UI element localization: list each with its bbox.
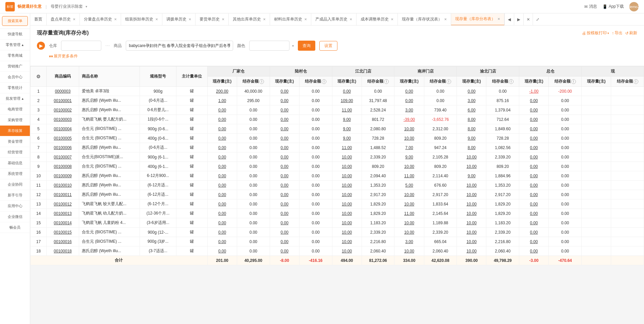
sidebar-item-新手引导[interactable]: 新手引导 bbox=[0, 190, 30, 201]
tab-材料出库单历史[interactable]: 材料出库单历史 ✕ bbox=[270, 13, 311, 26]
row-current-amt bbox=[611, 134, 644, 143]
tab-组装拆卸单历史[interactable]: 组装拆卸单历史 ✕ bbox=[121, 13, 162, 26]
close-icon[interactable]: ✕ bbox=[391, 17, 393, 21]
close-icon[interactable]: ✕ bbox=[222, 17, 224, 21]
color-dropdown-icon[interactable]: ▾ bbox=[292, 44, 294, 48]
row-nan-qty: 0.00 bbox=[394, 87, 424, 96]
sidebar-item-批发管理[interactable]: 批发管理 ▲ bbox=[0, 93, 30, 104]
tab-prev-btn[interactable]: ◀ bbox=[504, 13, 514, 26]
table-row: 5 00100004 合生元 (BIOSTIME) ... 900g (0-6.… bbox=[31, 124, 644, 134]
row-unit: 罐 bbox=[176, 190, 207, 199]
tab-要货单历史[interactable]: 要货单历史 ✕ bbox=[196, 13, 229, 26]
tab-盘点单历史[interactable]: 盘点单历史 ✕ bbox=[47, 13, 80, 26]
message-btn[interactable]: ✉ 消息 bbox=[584, 4, 597, 9]
close-icon[interactable]: ✕ bbox=[350, 17, 352, 21]
avatar[interactable]: demo2 bbox=[629, 2, 639, 11]
summary-lu-qty: -8.00 bbox=[270, 256, 299, 265]
sidebar-item-基础信息[interactable]: 基础信息 bbox=[0, 158, 30, 169]
row-current-amt bbox=[611, 152, 644, 162]
tab-close-btn[interactable]: ✕ bbox=[523, 13, 533, 26]
sidebar-item-经营管理[interactable]: 经营管理 bbox=[0, 147, 30, 158]
sidebar-item-库存核算[interactable]: 库存核算 bbox=[0, 126, 30, 136]
row-current-qty bbox=[582, 246, 611, 256]
sidebar-item-电商管理[interactable]: 电商管理 bbox=[0, 104, 30, 115]
jiangbei-amt-info-icon[interactable]: i bbox=[384, 79, 389, 84]
row-lu-amt: 0.00 bbox=[299, 209, 332, 218]
app-download-btn[interactable]: 📱 App下载 bbox=[602, 4, 624, 9]
close-icon[interactable]: ✕ bbox=[189, 17, 191, 21]
row-code: 00100005 bbox=[47, 134, 79, 143]
tab-成本调整单历史[interactable]: 成本调整单历史 ✕ bbox=[357, 13, 398, 26]
tab-调拨单历史[interactable]: 调拨单历史 ✕ bbox=[162, 13, 196, 26]
row-lu-qty: 0.00 bbox=[270, 87, 299, 96]
tab-首页[interactable]: 首页 bbox=[30, 13, 47, 26]
color-input[interactable] bbox=[249, 41, 289, 51]
close-icon[interactable]: ✕ bbox=[497, 17, 500, 21]
tab-分量盘点单历史[interactable]: 分量盘点单历史 ✕ bbox=[80, 13, 121, 26]
jiangbei-header: 江北门店 bbox=[332, 66, 394, 77]
close-icon[interactable]: ✕ bbox=[444, 17, 447, 21]
total-amt-info-icon[interactable]: i bbox=[571, 79, 576, 84]
close-icon[interactable]: ✕ bbox=[263, 17, 266, 21]
export-btn[interactable]: ↑ 导出 bbox=[612, 30, 623, 36]
row-jiangbei-amt: 728.28 bbox=[362, 134, 394, 143]
factory-amt-info-icon[interactable]: i bbox=[259, 79, 264, 84]
row-lu-amt: 0.00 bbox=[299, 181, 332, 190]
current-amt-info-icon[interactable]: i bbox=[634, 79, 638, 84]
sidebar-item-畅会员[interactable]: 畅会员 bbox=[0, 222, 30, 233]
tab-其他出库单历史[interactable]: 其他出库单历史 ✕ bbox=[229, 13, 270, 26]
yubei-amt-info-icon[interactable]: i bbox=[509, 79, 514, 84]
row-code: 00100003 bbox=[47, 115, 79, 124]
tab-产成品入库单历史[interactable]: 产成品入库单历史 ✕ bbox=[311, 13, 357, 26]
sidebar-item-应用中心[interactable]: 应用中心 bbox=[0, 201, 30, 212]
row-current-amt bbox=[611, 218, 644, 228]
industry-dropdown-icon[interactable]: ▾ bbox=[86, 5, 87, 8]
sidebar-item-企业微信[interactable]: 企业微信 bbox=[0, 212, 30, 222]
row-yubei-amt: 2,339.20 bbox=[486, 152, 519, 162]
tab-next-btn[interactable]: ▶ bbox=[514, 13, 523, 26]
search-btn[interactable]: 搜索英单 bbox=[2, 16, 28, 26]
yubei-qty-header: 现存量(主) bbox=[457, 77, 486, 87]
tab-现存量库存分布表[interactable]: 现存量（库存分布表） ✕ bbox=[451, 13, 504, 26]
sidebar-item-快捷导航[interactable]: 快捷导航 bbox=[0, 29, 30, 40]
print-btn[interactable]: 🖨 按模板打印 ▾ bbox=[582, 30, 609, 36]
close-icon[interactable]: ✕ bbox=[304, 17, 307, 21]
sidebar-item-资金管理[interactable]: 资金管理 bbox=[0, 136, 30, 147]
sidebar-item-零售商城[interactable]: 零售商城 bbox=[0, 50, 30, 61]
setting-btn[interactable]: 设置 bbox=[319, 41, 337, 51]
nan-amt-info-icon[interactable]: i bbox=[446, 79, 451, 84]
summary-factory-amt: 40,295.00 bbox=[237, 256, 270, 265]
row-yubei-amt: 875.16 bbox=[486, 96, 519, 105]
close-icon[interactable]: ✕ bbox=[114, 17, 117, 21]
row-current-amt bbox=[611, 87, 644, 96]
sidebar-item-系统管理[interactable]: 系统管理 bbox=[0, 169, 30, 179]
sidebar-item-零售统计[interactable]: 零售统计 bbox=[0, 83, 30, 93]
expand-conditions-btn[interactable]: ▾▾ 展开更多条件 bbox=[49, 53, 637, 59]
filter-collapse-btn[interactable]: ▶ bbox=[37, 42, 45, 50]
close-icon[interactable]: ✕ bbox=[155, 17, 158, 21]
summary-nan-qty: 334.00 bbox=[394, 256, 424, 265]
row-yubei-amt: 0.00 bbox=[486, 87, 519, 96]
sidebar-item-营销推广[interactable]: 营销推广 bbox=[0, 61, 30, 72]
row-current-amt bbox=[611, 115, 644, 124]
gear-icon[interactable]: ⚙ bbox=[36, 74, 41, 79]
summary-label: 合计 bbox=[31, 256, 208, 265]
row-code: 00100006 bbox=[47, 143, 79, 152]
goods-input[interactable] bbox=[126, 41, 233, 51]
row-jiangbei-qty: 10.00 bbox=[332, 190, 362, 199]
sidebar-item-企业协同[interactable]: 企业协同 bbox=[0, 179, 30, 190]
refresh-btn[interactable]: ↺ 刷新 bbox=[625, 30, 637, 36]
logo-icon: 标签 bbox=[5, 2, 15, 11]
row-yubei-qty: 10.00 bbox=[457, 228, 486, 237]
close-icon[interactable]: ✕ bbox=[73, 17, 75, 21]
search-query-btn[interactable]: 查询 bbox=[298, 41, 315, 51]
row-nan-amt: 2,105.28 bbox=[424, 152, 457, 162]
tab-现存量库存状况表[interactable]: 现存量（库存状况表） ✕ bbox=[398, 13, 451, 26]
sidebar-item-零售管理[interactable]: 零售管理 ▲ bbox=[0, 40, 30, 50]
tab-expand-btn[interactable]: ⤢ bbox=[533, 13, 542, 26]
sidebar-item-会员中心[interactable]: 会员中心 bbox=[0, 72, 30, 83]
warehouse-input[interactable] bbox=[61, 41, 101, 51]
lu-amt-info-icon[interactable]: i bbox=[322, 79, 326, 84]
row-total-qty: 0.00 bbox=[519, 246, 549, 256]
sidebar-item-采购管理[interactable]: 采购管理 bbox=[0, 115, 30, 126]
